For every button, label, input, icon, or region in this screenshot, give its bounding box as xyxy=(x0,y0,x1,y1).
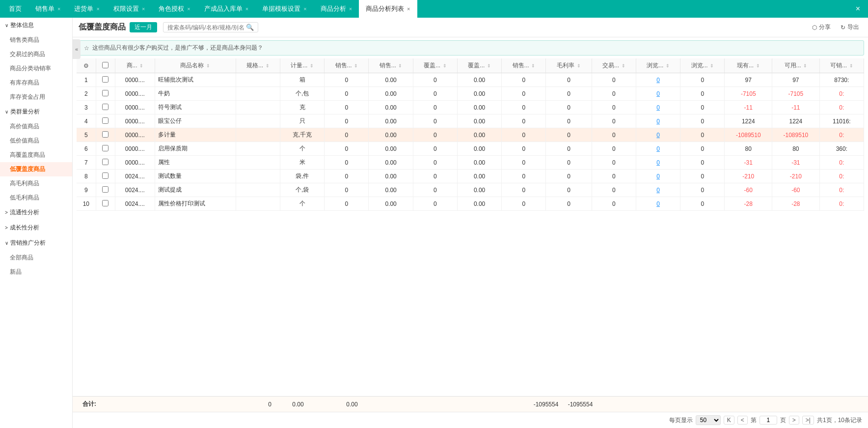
nav-item-商品分析列表[interactable]: 商品分析列表 × xyxy=(359,0,417,18)
row-checkbox[interactable] xyxy=(96,170,115,183)
row-checkbox[interactable] xyxy=(96,142,115,156)
nav-close-all-btn[interactable]: × xyxy=(850,0,866,18)
sidebar-item-低毛利商品[interactable]: 低毛利商品 xyxy=(0,191,72,205)
row-browse1[interactable]: 0 xyxy=(636,73,680,87)
row-gross: 0 xyxy=(546,142,592,156)
col-header-cover2[interactable]: 覆盖... ⇕ xyxy=(457,58,501,73)
nav-item-单据模板设置[interactable]: 单据模板设置 × xyxy=(255,0,313,18)
row-browse1[interactable]: 0 xyxy=(636,142,680,156)
row-cover1: 0 xyxy=(413,156,457,170)
nav-close-icon[interactable]: × xyxy=(407,6,410,12)
sidebar-collapse-btn[interactable]: « xyxy=(73,39,81,59)
page-first-btn[interactable]: K xyxy=(724,416,734,425)
nav-close-icon[interactable]: × xyxy=(303,6,306,12)
sidebar-item-销售类商品[interactable]: 销售类商品 xyxy=(0,33,72,47)
row-checkbox[interactable] xyxy=(96,101,115,114)
col-header-spec[interactable]: 规格... ⇕ xyxy=(236,58,280,73)
date-filter-btn[interactable]: 近一月 xyxy=(130,22,157,32)
row-browse1[interactable]: 0 xyxy=(636,183,680,197)
row-checkbox[interactable] xyxy=(96,114,115,128)
col-header-sales3[interactable]: 销售... ⇕ xyxy=(502,58,546,73)
nav-item-销售单[interactable]: 销售单 × xyxy=(28,0,67,18)
export-btn[interactable]: ↻ 导出 xyxy=(838,22,862,33)
row-select-checkbox[interactable] xyxy=(102,186,108,193)
nav-close-icon[interactable]: × xyxy=(96,6,99,12)
nav-item-产成品入库单[interactable]: 产成品入库单 × xyxy=(197,0,255,18)
sidebar-item-高覆盖度商品[interactable]: 高覆盖度商品 xyxy=(0,148,72,162)
row-checkbox[interactable] xyxy=(96,183,115,197)
row-checkbox[interactable] xyxy=(96,73,115,87)
row-unit: 个,袋 xyxy=(280,183,324,197)
nav-item-进货单[interactable]: 进货单 × xyxy=(67,0,106,18)
nav-close-icon[interactable]: × xyxy=(187,6,190,12)
nav-item-首页[interactable]: 首页 xyxy=(2,0,28,18)
settings-icon[interactable]: ⚙ xyxy=(83,62,89,69)
row-select-checkbox[interactable] xyxy=(102,104,108,110)
sidebar-item-有库存商品[interactable]: 有库存商品 xyxy=(0,76,72,90)
row-select-checkbox[interactable] xyxy=(102,131,108,138)
col-header-stock2[interactable]: 可用... ⇕ xyxy=(772,58,820,73)
row-browse1[interactable]: 0 xyxy=(636,170,680,183)
sidebar-item-新品[interactable]: 新品 xyxy=(0,265,72,279)
row-browse1[interactable]: 0 xyxy=(636,87,680,101)
row-browse1[interactable]: 0 xyxy=(636,156,680,170)
nav-close-icon[interactable]: × xyxy=(142,6,145,12)
row-checkbox[interactable] xyxy=(96,128,115,142)
nav-close-icon[interactable]: × xyxy=(57,6,60,12)
select-all-checkbox[interactable] xyxy=(102,62,108,68)
per-page-select[interactable]: 102050100 xyxy=(696,415,721,425)
col-header-unit[interactable]: 计量... ⇕ xyxy=(280,58,324,73)
row-browse1[interactable]: 0 xyxy=(636,114,680,128)
row-checkbox[interactable] xyxy=(96,156,115,170)
col-header-name[interactable]: 商品名称 ⇕ xyxy=(155,58,236,73)
col-header-trade[interactable]: 交易... ⇕ xyxy=(592,58,636,73)
row-select-checkbox[interactable] xyxy=(102,159,108,165)
sidebar-item-全部商品[interactable]: 全部商品 xyxy=(0,251,72,265)
row-checkbox[interactable] xyxy=(96,87,115,101)
row-browse1[interactable]: 0 xyxy=(636,197,680,211)
sidebar-section-流通性分析[interactable]: >流通性分析 xyxy=(0,205,72,220)
nav-item-商品分析[interactable]: 商品分析 × xyxy=(314,0,359,18)
row-select-checkbox[interactable] xyxy=(102,76,108,83)
col-header-stock3[interactable]: 可销... ⇕ xyxy=(819,58,864,73)
row-browse1[interactable]: 0 xyxy=(636,128,680,142)
row-select-checkbox[interactable] xyxy=(102,90,108,96)
sidebar-item-交易过的商品[interactable]: 交易过的商品 xyxy=(0,47,72,61)
col-header-cover1[interactable]: 覆盖... ⇕ xyxy=(413,58,457,73)
col-header-sales_qty[interactable]: 销售... ⇕ xyxy=(325,58,369,73)
sidebar-section-整体信息[interactable]: ∨整体信息 xyxy=(0,18,72,33)
col-header-code[interactable]: 商... ⇕ xyxy=(115,58,155,73)
row-select-checkbox[interactable] xyxy=(102,172,108,179)
row-no: 3 xyxy=(77,101,96,114)
page-number-input[interactable] xyxy=(760,416,777,425)
sidebar-item-低覆盖度商品[interactable]: 低覆盖度商品 xyxy=(0,162,72,176)
sidebar-item-库存资金占用[interactable]: 库存资金占用 xyxy=(0,90,72,104)
sidebar-section-类群量分析[interactable]: ∨类群量分析 xyxy=(0,104,72,119)
search-input[interactable] xyxy=(167,24,246,31)
nav-item-角色授权[interactable]: 角色授权 × xyxy=(152,0,197,18)
col-header-sales_amt[interactable]: 销售... ⇕ xyxy=(369,58,413,73)
sidebar-section-营销推广分析[interactable]: ∨营销推广分析 xyxy=(0,235,72,251)
col-header-gross[interactable]: 毛利率 ⇕ xyxy=(546,58,592,73)
page-prev-btn[interactable]: < xyxy=(737,416,748,425)
row-select-checkbox[interactable] xyxy=(102,145,108,151)
col-header-stock1[interactable]: 现有... ⇕ xyxy=(725,58,772,73)
search-icon[interactable]: 🔍 xyxy=(246,24,254,31)
sidebar-item-商品分类动销率[interactable]: 商品分类动销率 xyxy=(0,61,72,76)
row-select-checkbox[interactable] xyxy=(102,200,108,206)
col-header-browse2[interactable]: 浏览... ⇕ xyxy=(680,58,725,73)
sidebar-item-高毛利商品[interactable]: 高毛利商品 xyxy=(0,176,72,191)
col-header-browse1[interactable]: 浏览... ⇕ xyxy=(636,58,680,73)
row-select-checkbox[interactable] xyxy=(102,117,108,124)
sidebar-item-高价值商品[interactable]: 高价值商品 xyxy=(0,119,72,134)
nav-close-icon[interactable]: × xyxy=(349,6,352,12)
page-last-btn[interactable]: >| xyxy=(802,416,814,425)
row-browse1[interactable]: 0 xyxy=(636,101,680,114)
row-checkbox[interactable] xyxy=(96,197,115,211)
nav-item-权限设置[interactable]: 权限设置 × xyxy=(107,0,152,18)
sidebar-section-成长性分析[interactable]: >成长性分析 xyxy=(0,220,72,235)
page-next-btn[interactable]: > xyxy=(789,416,799,425)
nav-close-icon[interactable]: × xyxy=(245,6,248,12)
share-btn[interactable]: ⬡ 分享 xyxy=(809,22,834,33)
sidebar-item-低价值商品[interactable]: 低价值商品 xyxy=(0,134,72,148)
